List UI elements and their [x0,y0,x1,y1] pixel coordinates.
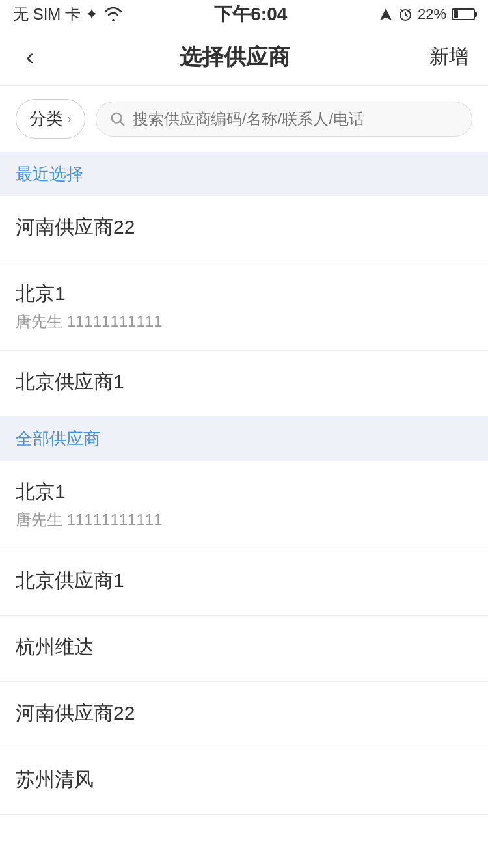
item-name: 北京1 [16,479,472,506]
all-list-item[interactable]: 杭州维达 [0,616,488,682]
all-list-item[interactable]: 河南供应商22 [0,682,488,748]
item-name: 苏州清风 [16,766,472,793]
search-icon [109,110,126,128]
battery-icon [452,8,475,20]
all-section-label: 全部供应商 [16,429,100,448]
chevron-right-icon: › [67,111,72,126]
wifi-icon [103,7,123,21]
recent-list-item[interactable]: 北京供应商1 [0,351,488,417]
recent-list-item[interactable]: 河南供应商22 [0,196,488,262]
item-sub: 唐先生 11111111111 [16,311,472,332]
item-name: 北京1 [16,280,472,307]
status-right: 22% [379,6,475,23]
status-bar: 无 SIM 卡 ✦ 下午6:04 22% [0,0,488,29]
recent-section-label: 最近选择 [16,164,83,183]
all-list-item[interactable]: 北京供应商1 [0,549,488,616]
nav-bar: ‹ 选择供应商 新增 [0,29,488,86]
all-list-item[interactable]: 北京1唐先生 11111111111 [0,461,488,549]
alarm-icon [398,7,413,21]
all-list-item[interactable]: 苏州清风 [0,748,488,815]
category-button[interactable]: 分类 › [16,99,85,139]
recent-section-header: 最近选择 [0,152,488,196]
recent-items-list: 河南供应商22北京1唐先生 11111111111北京供应商1 [0,196,488,417]
back-button[interactable]: ‹ [20,37,40,77]
item-name: 杭州维达 [16,634,472,660]
item-name: 北京供应商1 [16,369,472,396]
category-label: 分类 [29,107,63,130]
all-section-header: 全部供应商 [0,417,488,461]
no-sim-label: 无 SIM 卡 ✦ [13,4,98,25]
page-title: 选择供应商 [180,42,290,72]
filter-bar: 分类 › [0,86,488,152]
status-left: 无 SIM 卡 ✦ [13,4,123,25]
search-box[interactable] [96,102,472,137]
search-input[interactable] [133,110,459,128]
item-name: 河南供应商22 [16,214,472,241]
all-items-list: 北京1唐先生 11111111111北京供应商1杭州维达河南供应商22苏州清风 [0,461,488,815]
battery-label: 22% [418,6,446,23]
add-button[interactable]: 新增 [429,44,468,70]
item-name: 河南供应商22 [16,700,472,727]
item-name: 北京供应商1 [16,567,472,594]
location-icon [379,7,393,21]
status-time: 下午6:04 [214,2,287,27]
recent-list-item[interactable]: 北京1唐先生 11111111111 [0,262,488,351]
item-sub: 唐先生 11111111111 [16,509,472,530]
